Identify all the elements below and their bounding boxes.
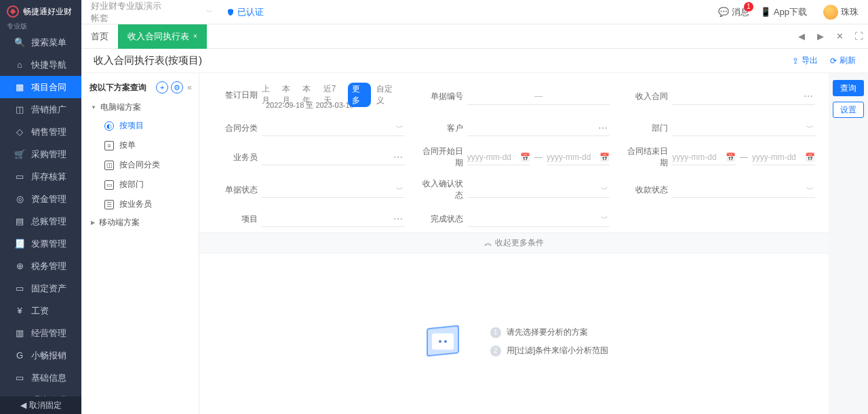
chevron-down-icon: ﹀ — [806, 123, 814, 133]
nav-item-12[interactable]: ¥工资 — [0, 299, 81, 322]
suite-selector[interactable]: 好业财专业版演示帐套 ﹀ — [91, 0, 213, 24]
field-doc-no[interactable]: 单据编号 — — [418, 83, 610, 110]
app-download-button[interactable]: 📱 App下载 — [760, 6, 807, 18]
main-area: 按以下方案查询 + ⚙ « ▼ 电脑端方案 ◐按项目≡按单◫按合同分类▭按部门☰… — [81, 73, 868, 414]
chip-7days[interactable]: 近7天 — [323, 83, 342, 106]
empty-step-1: 1请先选择要分析的方案 — [490, 327, 609, 338]
scheme-group-mobile[interactable]: ▶ 移动端方案 — [81, 214, 199, 231]
tabs-prev-button[interactable]: ◀ — [792, 27, 811, 46]
message-icon: 💬 — [718, 7, 729, 17]
topbar: 好业财专业版演示帐套 ﹀ 已认证 💬 消息 1 📱 App下载 珠珠 — [81, 0, 868, 24]
nav-item-1[interactable]: ⌂快捷导航 — [0, 54, 81, 76]
chevron-down-icon: ﹀ — [206, 7, 213, 17]
chip-custom[interactable]: 自定义 — [376, 83, 399, 106]
calendar-icon: 📅 — [805, 152, 815, 162]
nav-item-14[interactable]: G小畅报销 — [0, 344, 81, 367]
calendar-icon: 📅 — [520, 152, 530, 162]
contract-end-to[interactable]: 📅 — [752, 149, 815, 165]
nav-item-5[interactable]: 🛒采购管理 — [0, 143, 81, 165]
chevron-down-icon: ﹀ — [601, 184, 608, 194]
nav-item-10[interactable]: ⊕税务管理 — [0, 255, 81, 277]
chevron-down-icon: ﹀ — [396, 123, 403, 133]
field-contract-class[interactable]: 合同分类 ﹀ — [213, 120, 405, 136]
nav-icon: ◫ — [15, 105, 24, 115]
chip-this-month[interactable]: 本月 — [282, 83, 297, 106]
settings-button[interactable]: 设置 — [833, 102, 864, 118]
nav-item-2[interactable]: ▦项目合同 — [0, 76, 81, 98]
nav-icon: 🧾 — [15, 239, 24, 249]
brand-logo: 畅捷通好业财 — [0, 0, 81, 23]
close-icon[interactable]: × — [193, 33, 197, 40]
fullscreen-button[interactable]: ⛶ — [849, 27, 868, 46]
nav-item-13[interactable]: ▥经营管理 — [0, 322, 81, 344]
field-contract-start: 合同开始日期 📅 — 📅 — [418, 146, 610, 169]
shield-icon — [226, 8, 235, 16]
add-scheme-button[interactable]: + — [156, 81, 168, 94]
scheme-item-icon: ◫ — [104, 161, 114, 170]
chevron-down-icon: ﹀ — [601, 213, 608, 224]
field-dept[interactable]: 部门 ﹀ — [623, 120, 815, 136]
lookup-icon: ⋯ — [393, 152, 403, 163]
scheme-item-0[interactable]: ◐按项目 — [81, 116, 199, 136]
refresh-button[interactable]: ⟳ 刷新 — [830, 55, 856, 66]
export-button[interactable]: ⇪ 导出 — [792, 55, 818, 66]
field-income-confirm-status[interactable]: 收入确认状态 ﹀ — [418, 178, 610, 201]
scheme-item-1[interactable]: ≡按单 — [81, 136, 199, 155]
contract-start-from[interactable]: 📅 — [467, 149, 530, 165]
nav-item-4[interactable]: ◇销售管理 — [0, 121, 81, 143]
user-menu[interactable]: 珠珠 — [818, 5, 859, 20]
nav-item-15[interactable]: ▭基础信息 — [0, 367, 81, 389]
collapse-panel-button[interactable]: « — [187, 83, 192, 92]
chip-this-year[interactable]: 本年 — [302, 83, 317, 106]
nav-icon: ▭ — [15, 172, 24, 182]
field-contract-end: 合同结束日期 📅 — 📅 — [623, 146, 815, 169]
field-doc-status[interactable]: 单据状态 ﹀ — [213, 178, 405, 201]
nav-item-7[interactable]: ◎资金管理 — [0, 188, 81, 210]
unpin-button[interactable]: ◀ 取消固定 — [0, 396, 81, 414]
tab-home[interactable]: 首页 — [81, 24, 118, 49]
field-income-contract[interactable]: 收入合同 ⋯ — [623, 83, 815, 110]
nav-item-8[interactable]: ▤总账管理 — [0, 210, 81, 232]
scheme-item-icon: ▭ — [104, 180, 114, 190]
scheme-settings-button[interactable]: ⚙ — [171, 81, 183, 94]
nav-icon: G — [15, 351, 24, 360]
nav-item-11[interactable]: ▭固定资产 — [0, 277, 81, 299]
scheme-item-4[interactable]: ☰按业务员 — [81, 194, 199, 214]
field-customer[interactable]: 客户 ⋯ — [418, 120, 610, 136]
scheme-item-icon: ◐ — [104, 121, 114, 131]
tabs-close-all-button[interactable]: ✕ — [830, 27, 849, 46]
scheme-item-2[interactable]: ◫按合同分类 — [81, 155, 199, 175]
scheme-panel: 按以下方案查询 + ⚙ « ▼ 电脑端方案 ◐按项目≡按单◫按合同分类▭按部门☰… — [81, 73, 199, 414]
field-complete-status[interactable]: 完成状态 ﹀ — [418, 211, 610, 227]
avatar-icon — [823, 5, 838, 20]
contract-start-to[interactable]: 📅 — [547, 149, 610, 165]
caret-down-icon: ▼ — [91, 104, 96, 110]
chip-more[interactable]: 更多 — [348, 83, 371, 107]
collapse-filters-button[interactable]: ︽ 收起更多条件 — [199, 232, 829, 253]
field-project[interactable]: 项目 ⋯ — [213, 211, 405, 227]
contract-end-from[interactable]: 📅 — [672, 149, 735, 165]
nav-item-6[interactable]: ▭库存核算 — [0, 165, 81, 188]
action-rail: 查询 设置 — [829, 73, 868, 414]
nav-item-9[interactable]: 🧾发票管理 — [0, 232, 81, 255]
tabs-next-button[interactable]: ▶ — [811, 27, 830, 46]
brand-name: 畅捷通好业财 — [23, 6, 72, 18]
nav-item-3[interactable]: ◫营销推广 — [0, 98, 81, 121]
nav-item-0[interactable]: 🔍搜索菜单 — [0, 31, 81, 54]
nav-icon: ▥ — [15, 329, 24, 338]
query-button[interactable]: 查询 — [833, 80, 864, 96]
filter-area: 签订日期 上月 本月 本年 近7天 更多 自定义 2022-09-18 至 20… — [199, 73, 829, 414]
messages-button[interactable]: 💬 消息 1 — [718, 6, 749, 18]
messages-badge: 1 — [744, 2, 753, 12]
scheme-item-3[interactable]: ▭按部门 — [81, 175, 199, 194]
chip-last-month[interactable]: 上月 — [262, 83, 277, 106]
scheme-group-desktop[interactable]: ▼ 电脑端方案 — [81, 99, 199, 116]
tabs-bar: 首页 收入合同执行表 × ◀ ▶ ✕ ⛶ — [81, 24, 868, 49]
nav-icon: ▭ — [15, 373, 24, 383]
chevron-down-icon: ﹀ — [396, 184, 403, 194]
tab-income-contract-report[interactable]: 收入合同执行表 × — [118, 24, 207, 49]
field-receipt-status[interactable]: 收款状态 ﹀ — [623, 178, 815, 201]
field-salesman[interactable]: 业务员 ⋯ — [213, 146, 405, 169]
calendar-icon: 📅 — [726, 152, 736, 162]
chevron-up-icon: ︽ — [484, 238, 492, 247]
